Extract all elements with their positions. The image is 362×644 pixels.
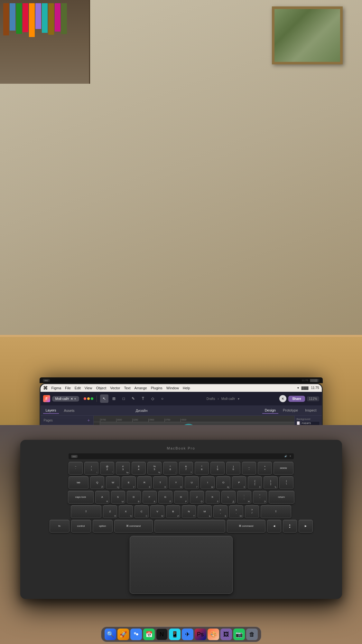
maximize-button[interactable]	[91, 397, 93, 400]
dock-icon-finder[interactable]: 🔍	[105, 629, 116, 640]
key-lbracket[interactable]: {[ Х	[248, 476, 262, 489]
dock-icon-app3[interactable]: 📷	[233, 629, 245, 640]
key-arrow-right[interactable]: ▶	[299, 520, 313, 533]
menu-object[interactable]: Object	[96, 386, 106, 390]
dock-icon-notion[interactable]: N	[156, 629, 168, 640]
key-8[interactable]: *8	[195, 462, 209, 475]
dock-icon-figma[interactable]	[130, 629, 142, 640]
key-command-left[interactable]: ⌘ command	[114, 520, 153, 533]
key-x[interactable]: X Ч	[119, 505, 133, 518]
right-tab-inspect[interactable]: Inspect	[302, 407, 319, 414]
key-3[interactable]: #3 №	[116, 462, 130, 475]
menu-arrange[interactable]: Arrange	[135, 386, 147, 390]
breadcrumb-caret[interactable]: ▾	[238, 397, 239, 401]
panel-tab-assets[interactable]: Assets	[61, 408, 77, 413]
ellipse-tool[interactable]: ○	[158, 394, 166, 403]
key-o[interactable]: O Щ	[216, 476, 230, 489]
text-tool[interactable]: T	[139, 394, 147, 403]
menu-plugins[interactable]: Plugins	[151, 386, 162, 390]
key-l[interactable]: L Д	[221, 491, 236, 504]
key-tab[interactable]: tab	[69, 476, 88, 489]
component-tool[interactable]: ◇	[148, 394, 157, 403]
key-period[interactable]: >. Ю	[229, 505, 243, 518]
key-control[interactable]: control	[71, 520, 91, 533]
key-command-right[interactable]: ⌘ command	[227, 520, 265, 533]
key-c[interactable]: C С	[135, 505, 149, 518]
key-y[interactable]: Y Н	[169, 476, 183, 489]
key-1[interactable]: ! 1 !	[84, 462, 98, 475]
dock-icon-telegram[interactable]: ✈	[182, 629, 193, 640]
key-b[interactable]: B И	[166, 505, 180, 518]
key-space[interactable]	[154, 520, 225, 533]
key-p[interactable]: P З	[232, 476, 246, 489]
key-s[interactable]: S Ы	[111, 491, 125, 504]
breadcrumb-file[interactable]: Мой сайт	[221, 397, 235, 401]
key-fn[interactable]: fn	[50, 520, 70, 533]
key-6[interactable]: ^6 :	[163, 462, 177, 475]
key-t[interactable]: T Е	[153, 476, 167, 489]
dock-icon-trash[interactable]: 🗑	[246, 629, 258, 640]
menu-text[interactable]: Text	[124, 386, 130, 390]
panel-tab-layers[interactable]: Layers	[43, 407, 59, 414]
menu-window[interactable]: Window	[166, 386, 179, 390]
key-quote[interactable]: "' Э	[253, 491, 267, 504]
menu-view[interactable]: View	[85, 386, 92, 390]
key-r[interactable]: R К	[137, 476, 152, 489]
zoom-control[interactable]: 111%	[307, 396, 319, 401]
figma-file-tab[interactable]: Мой сайт ✕ +	[52, 396, 79, 402]
key-delete[interactable]: delete	[274, 462, 293, 475]
key-arrows-updown[interactable]: ▲ ▼	[283, 520, 297, 533]
key-comma[interactable]: <, Б	[213, 505, 227, 518]
key-shift-right[interactable]: ⇧	[261, 505, 291, 518]
macos-menubar[interactable]: ⌘ Figma File Edit View Object Vector Tex…	[41, 384, 322, 392]
key-0[interactable]: )0	[226, 462, 240, 475]
touchpad[interactable]	[130, 536, 233, 594]
key-semicolon[interactable]: :; Ж	[237, 491, 251, 504]
dock-icon-messages[interactable]: 📱	[169, 629, 181, 640]
dock-icon-photoshop[interactable]: Ps	[195, 629, 206, 640]
shape-tool[interactable]: □	[119, 394, 128, 403]
key-n[interactable]: N Т	[182, 505, 196, 518]
frame-tool[interactable]: ⊞	[110, 394, 118, 403]
dock-icon-app1[interactable]: 🎨	[208, 629, 219, 640]
dock-icon-launchpad[interactable]: 🚀	[117, 629, 129, 640]
key-g[interactable]: G П	[158, 491, 172, 504]
minimize-button[interactable]	[87, 397, 90, 400]
key-u[interactable]: U Г	[185, 476, 199, 489]
menu-file[interactable]: File	[65, 386, 71, 390]
share-button[interactable]: Share	[288, 396, 305, 402]
key-backtick[interactable]: ~`	[69, 462, 83, 475]
pen-tool[interactable]: ✎	[129, 394, 137, 403]
key-w[interactable]: W Ц	[106, 476, 120, 489]
key-return[interactable]: return	[269, 491, 294, 504]
key-caps[interactable]: caps lock	[68, 491, 94, 504]
right-tab-design[interactable]: Design	[262, 407, 278, 414]
key-7[interactable]: &7 ?	[179, 462, 193, 475]
key-e[interactable]: E У	[122, 476, 136, 489]
key-d[interactable]: D В	[127, 491, 141, 504]
key-i[interactable]: I Ш	[200, 476, 215, 489]
right-tab-prototype[interactable]: Prototype	[280, 407, 301, 414]
key-9[interactable]: (9	[210, 462, 225, 475]
add-page-button[interactable]: +	[87, 418, 90, 423]
key-backslash[interactable]: |\	[279, 476, 293, 489]
tab-close-icon[interactable]: ✕	[70, 397, 73, 401]
key-j[interactable]: J О	[190, 491, 204, 504]
key-slash[interactable]: ?/	[245, 505, 259, 518]
key-q[interactable]: Q Й	[90, 476, 104, 489]
menu-edit[interactable]: Edit	[75, 386, 81, 390]
key-shift-left[interactable]: ⇧	[71, 505, 101, 518]
esc-touch[interactable]: esc	[71, 455, 78, 458]
key-arrow-left[interactable]: ◀	[267, 520, 281, 533]
touch-bar-button[interactable]: esc	[43, 379, 50, 382]
key-2[interactable]: @2 "	[100, 462, 114, 475]
key-rbracket[interactable]: }] Ъ	[264, 476, 278, 489]
key-option[interactable]: option	[93, 520, 113, 533]
tab-add-icon[interactable]: +	[74, 397, 76, 401]
menu-vector[interactable]: Vector	[110, 386, 120, 390]
key-h[interactable]: H Р	[174, 491, 188, 504]
close-button[interactable]	[84, 397, 86, 400]
dock-icon-app2[interactable]: 🖼	[220, 629, 232, 640]
menu-figma[interactable]: Figma	[51, 386, 61, 390]
key-k[interactable]: K Л	[206, 491, 220, 504]
